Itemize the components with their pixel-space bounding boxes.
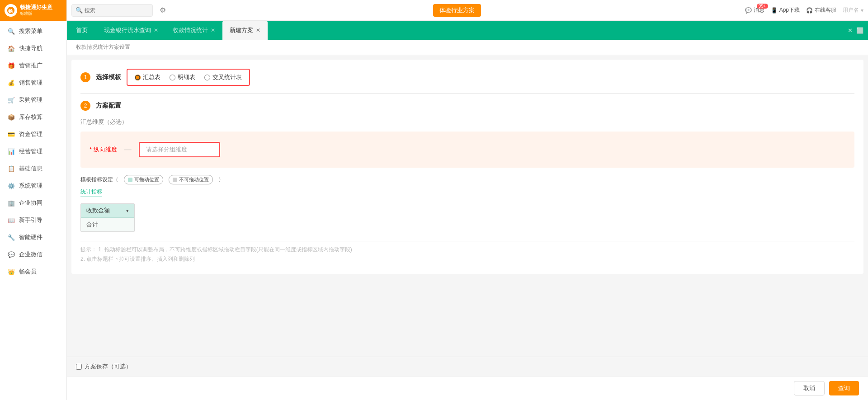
dimension-row: 纵向维度 — 请选择分组维度 — [90, 142, 220, 157]
sidebar-item-finance[interactable]: 💳 资金管理 — [0, 126, 66, 143]
tip1: 提示： 1. 拖动标题栏可以调整布局，不可跨维度或指标区域拖动栏目字段(只能在同… — [80, 246, 854, 254]
hint-movable-label: 可拖动位置 — [134, 176, 159, 183]
tab-bank-flow-label: 现金银行流水查询 — [104, 26, 151, 34]
dimension-area: 纵向维度 — 请选择分组维度 — [80, 132, 854, 168]
sidebar-item-wechat[interactable]: 💬 企业微信 — [0, 246, 66, 263]
topbar-search-box[interactable]: 🔍 — [71, 4, 153, 17]
hint-locked-chip: 不可拖动位置 — [169, 175, 213, 184]
sidebar-item-label-finance: 资金管理 — [19, 130, 42, 138]
clipboard-icon: 📋 — [7, 165, 15, 173]
tip2: 2. 点击标题栏下拉可设置排序、插入列和删除列 — [80, 255, 854, 263]
step1-badge: 1 — [80, 72, 90, 82]
expand-icon[interactable]: ⬜ — [856, 27, 863, 34]
book-icon: 📖 — [7, 216, 15, 224]
sidebar-item-basic[interactable]: 📋 基础信息 — [0, 160, 66, 177]
search-icon: 🔍 — [7, 27, 15, 35]
indicator-hint-label: 模板指标设定（ — [80, 176, 118, 184]
chat-icon: 💬 — [7, 250, 15, 259]
indicator-cell: 合计 — [81, 218, 134, 231]
sidebar-item-system[interactable]: ⚙️ 系统管理 — [0, 177, 66, 194]
step2-row: 2 方案配置 — [80, 101, 854, 111]
step2-badge: 2 — [80, 101, 90, 111]
radio-summary-label: 汇总表 — [143, 73, 160, 81]
settings-icon[interactable]: ⚙ — [156, 4, 169, 17]
edition-label: 标准版 — [20, 11, 52, 17]
sidebar-item-enterprise[interactable]: 🏢 企业协同 — [0, 194, 66, 212]
sidebar-item-label-purchase: 采购管理 — [19, 96, 42, 104]
hint-close: ） — [218, 176, 224, 184]
query-button[interactable]: 查询 — [829, 381, 859, 395]
save-checkbox[interactable] — [76, 364, 82, 370]
svg-text:畅: 畅 — [8, 9, 13, 14]
tab-home[interactable]: 首页 — [67, 21, 97, 40]
user-label: 用户名 — [843, 6, 859, 14]
dimension-selector[interactable]: 请选择分组维度 — [139, 142, 220, 157]
sidebar-item-inventory[interactable]: 📦 库存核算 — [0, 108, 66, 126]
sidebar-item-search[interactable]: 🔍 搜索菜单 — [0, 23, 66, 40]
tabs-controls: ✕ ⬜ — [843, 27, 868, 34]
money-icon: 💰 — [7, 79, 15, 87]
sidebar-item-label-marketing: 营销推广 — [19, 61, 42, 70]
form-section: 1 选择模板 汇总表 明细表 交叉统计表 — [71, 60, 863, 274]
close-icon-bank-flow[interactable]: ✕ — [154, 27, 158, 33]
tips-section: 提示： 1. 拖动标题栏可以调整布局，不可跨维度或指标区域拖动栏目字段(只能在同… — [80, 241, 854, 263]
sidebar-item-label-quick-nav: 快捷导航 — [19, 44, 42, 52]
cancel-button[interactable]: 取消 — [794, 381, 825, 395]
indicator-table: 收款金额 ▾ 合计 — [80, 203, 135, 232]
dimension-section-title: 汇总维度（必选） — [80, 118, 854, 126]
radio-detail-input[interactable] — [170, 75, 175, 80]
page-content: 收款情况统计方案设置 1 选择模板 汇总表 明细表 — [67, 40, 868, 357]
dimension-placeholder: 请选择分组维度 — [146, 146, 187, 153]
sidebar-item-purchase[interactable]: 🛒 采购管理 — [0, 91, 66, 108]
radio-cross-input[interactable] — [204, 75, 210, 80]
radio-summary[interactable]: 汇总表 — [135, 73, 160, 81]
sidebar-item-label-guide: 新手引导 — [19, 216, 42, 224]
sidebar-item-marketing[interactable]: 🎁 营销推广 — [0, 57, 66, 74]
chevron-down-icon: ▾ — [126, 208, 129, 214]
hint-locked-label: 不可拖动位置 — [179, 176, 209, 183]
download-icon: 📱 — [771, 7, 778, 14]
step1-row: 1 选择模板 汇总表 明细表 交叉统计表 — [80, 69, 854, 86]
indicator-section: 模板指标设定（ 可拖动位置 不可拖动位置 ） 统计指标 — [80, 175, 854, 232]
download-button[interactable]: 📱 App下载 — [771, 6, 800, 14]
sidebar-item-label-member: 畅会员 — [19, 268, 37, 276]
main-area: 🔍 ⚙ 体验行业方案 💬 消息 99+ 📱 App下载 🎧 在线客服 用户名 ▾ — [67, 0, 868, 400]
home-icon: 🏠 — [7, 44, 15, 52]
movable-dot — [128, 178, 132, 182]
sidebar-item-smart-hw[interactable]: 🔧 智能硬件 — [0, 229, 66, 246]
sidebar-item-label-search: 搜索菜单 — [19, 27, 42, 35]
user-info[interactable]: 用户名 ▾ — [843, 6, 863, 14]
radio-detail[interactable]: 明细表 — [170, 73, 195, 81]
sidebar-item-sales[interactable]: 💰 销售管理 — [0, 74, 66, 91]
logo-text: 畅捷通好生意 — [20, 4, 52, 10]
tab-receipt-stats[interactable]: 收款情况统计 ✕ — [165, 21, 222, 40]
step2-label: 方案配置 — [96, 102, 121, 110]
radio-cross-label: 交叉统计表 — [212, 73, 242, 81]
sidebar-item-member[interactable]: 👑 畅会员 — [0, 263, 66, 280]
sidebar-item-operations[interactable]: 📊 经营管理 — [0, 143, 66, 160]
save-option[interactable]: 方案保存（可选） — [76, 362, 132, 371]
tab-new-scheme[interactable]: 新建方案 ✕ — [222, 21, 268, 40]
tab-bank-flow[interactable]: 现金银行流水查询 ✕ — [97, 21, 165, 40]
close-icon-new-scheme[interactable]: ✕ — [256, 27, 260, 33]
sidebar-item-label-operations: 经营管理 — [19, 147, 42, 155]
trial-button[interactable]: 体验行业方案 — [433, 4, 481, 17]
radio-cross[interactable]: 交叉统计表 — [204, 73, 242, 81]
close-icon-receipt-stats[interactable]: ✕ — [211, 27, 215, 33]
sidebar-item-quick-nav[interactable]: 🏠 快捷导航 — [0, 40, 66, 57]
indicator-header[interactable]: 收款金额 ▾ — [81, 204, 134, 218]
footer-bar: 取消 查询 — [67, 376, 868, 400]
search-input[interactable] — [85, 7, 148, 14]
indicator-section-title: 统计指标 — [80, 188, 102, 197]
tab-receipt-stats-label: 收款情况统计 — [173, 26, 208, 34]
box-icon: 📦 — [7, 113, 15, 121]
radio-summary-input[interactable] — [135, 75, 141, 80]
service-button[interactable]: 🎧 在线客服 — [806, 6, 836, 14]
tab-bar: 首页 现金银行流水查询 ✕ 收款情况统计 ✕ 新建方案 ✕ ✕ ⬜ — [67, 21, 868, 40]
sidebar-item-guide[interactable]: 📖 新手引导 — [0, 212, 66, 229]
gear-icon: ⚙️ — [7, 182, 15, 190]
sidebar-nav: 🔍 搜索菜单 🏠 快捷导航 🎁 营销推广 💰 销售管理 🛒 采购管理 📦 库存核… — [0, 21, 66, 400]
messages-button[interactable]: 💬 消息 99+ — [745, 6, 764, 14]
bottom-bar: 方案保存（可选） — [67, 357, 868, 376]
close-window-icon[interactable]: ✕ — [848, 27, 853, 34]
